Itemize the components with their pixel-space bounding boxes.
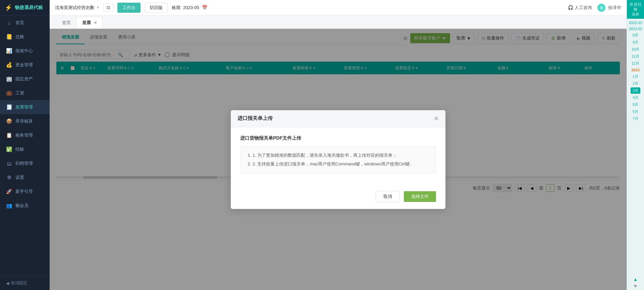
- period-value: 2023-05: [183, 5, 199, 10]
- footer-label: 取消固定: [11, 280, 27, 286]
- company-name: 沈海英测试经营勿删: [55, 5, 94, 11]
- tab-close-icon[interactable]: ✕: [94, 20, 97, 25]
- cancel-button[interactable]: 取消: [376, 191, 400, 202]
- copy-icon: ⊡: [107, 5, 110, 10]
- sidebar-item-fixed[interactable]: 🏢固定资产: [0, 72, 50, 86]
- period-item-7[interactable]: 2023: [629, 67, 641, 73]
- dialog-info-line-1: 1. 为了更加精准的数据匹配，请先录入海关缴款书，再上传对应的报关单；: [253, 151, 430, 160]
- sidebar-item-home[interactable]: ⌂首页: [0, 16, 50, 30]
- sidebar-label-member: 畅会员: [15, 203, 29, 209]
- sidebar-item-funds[interactable]: 💰资金管理: [0, 58, 50, 72]
- sidebar-label-fixed: 固定资产: [15, 76, 33, 82]
- topbar-right: 🎧 人工咨询 徐 徐泽华: [568, 4, 621, 12]
- sidebar-footer[interactable]: ◀ 取消固定: [0, 276, 50, 290]
- sidebar-item-settle[interactable]: ✅结账: [0, 142, 50, 156]
- dialog-section-title: 进口货物报关单PDF文件上传: [240, 135, 436, 141]
- select-file-button[interactable]: 选择文件: [404, 191, 436, 202]
- period-item-10[interactable]: 3月: [631, 87, 640, 94]
- tab-home-label: 首页: [62, 20, 71, 25]
- reports-icon: 📊: [6, 48, 12, 54]
- sidebar-item-stock[interactable]: 📦库存核算: [0, 114, 50, 128]
- sidebar-item-reports[interactable]: 📊报表中心: [0, 44, 50, 58]
- switch-version-button[interactable]: 切旧版: [145, 3, 168, 13]
- dialog-info-box: 1. 为了更加精准的数据匹配，请先录入海关缴款书，再上传对应的报关单； 2. 支…: [240, 146, 436, 173]
- settings-icon: ⚙: [6, 174, 12, 180]
- calendar-icon[interactable]: 📅: [202, 5, 207, 10]
- invoice-icon: 🧾: [6, 104, 12, 110]
- dialog-body: 进口货物报关单PDF文件上传 1. 为了更加精准的数据匹配，请先录入海关缴款书，…: [231, 127, 445, 187]
- sidebar-label-stock: 库存核算: [15, 118, 33, 124]
- tabbar: 首页 发票 ✕: [50, 15, 627, 29]
- period-item-1[interactable]: 2023.03: [627, 26, 644, 31]
- fixed-icon: 🏢: [6, 76, 12, 82]
- support-btn[interactable]: 🎧 人工咨询: [568, 5, 592, 11]
- period-item-13[interactable]: 6月: [631, 108, 640, 115]
- sidebar-label-settle: 结账: [15, 146, 24, 152]
- sidebar-item-settings[interactable]: ⚙设置: [0, 170, 50, 185]
- open-date-button[interactable]: 开启日期 选择: [627, 0, 644, 19]
- sidebar-item-guide[interactable]: 🚀新手引导: [0, 185, 50, 199]
- sidebar-label-reports: 报表中心: [15, 48, 33, 54]
- sidebar-label-archive: 归档管理: [15, 160, 33, 166]
- sidebar-label-salary: 工资: [15, 90, 24, 96]
- period-item-0[interactable]: 2023.03: [627, 20, 644, 25]
- sidebar-label-settings: 设置: [15, 174, 24, 180]
- workspace-button[interactable]: 工作台: [117, 3, 141, 13]
- member-icon: 👥: [6, 203, 12, 209]
- sidebar-label-invoice: 发票管理: [15, 104, 33, 110]
- period-item-6[interactable]: 12月: [630, 60, 641, 67]
- tab-home[interactable]: 首页: [56, 17, 76, 28]
- open-date-label: 开启日期: [630, 2, 642, 11]
- tab-invoice-label: 发票: [82, 20, 91, 26]
- dialog-footer: 取消 选择文件: [231, 187, 445, 209]
- sidebar-item-archive[interactable]: 🗂归档管理: [0, 156, 50, 170]
- sidebar-item-salary[interactable]: 💼工资: [0, 86, 50, 100]
- support-label: 人工咨询: [575, 5, 592, 11]
- pin-icon: ◀: [6, 281, 9, 286]
- main-area: 沈海英测试经营勿删 ▼ ⊡ 工作台 切旧版 账期 2023-05 📅 🎧 人工咨…: [50, 0, 627, 290]
- guide-icon: 🚀: [6, 189, 12, 195]
- tab-invoice[interactable]: 发票 ✕: [76, 17, 103, 28]
- tax-icon: 📋: [6, 132, 12, 138]
- sidebar-item-invoice[interactable]: 🧾发票管理: [0, 100, 50, 114]
- sidebar-label-tax: 税务管理: [15, 132, 33, 138]
- sidebar-logo: ⚡ 畅捷通易代账: [0, 0, 50, 16]
- logo-icon: ⚡: [5, 4, 12, 11]
- period-item-2[interactable]: 8月: [631, 32, 640, 39]
- sidebar-item-tax[interactable]: 📋税务管理: [0, 128, 50, 142]
- username: 徐泽华: [608, 5, 621, 11]
- settle-icon: ✅: [6, 146, 12, 152]
- period-item-12[interactable]: 5月: [631, 101, 640, 108]
- period-item-5[interactable]: 11月: [630, 53, 641, 60]
- modal-overlay: 进口报关单上传 ✕ 进口货物报关单PDF文件上传 1. 为了更加精准的数据匹配，…: [50, 29, 627, 290]
- copy-button[interactable]: ⊡: [104, 3, 113, 12]
- salary-icon: 💼: [6, 90, 12, 96]
- ledger-icon: 📒: [6, 34, 12, 40]
- funds-icon: 💰: [6, 62, 12, 68]
- dialog-info-line-2: 2. 支持批量上传进口报关单，mac用户使用Command键，windows用户…: [253, 160, 430, 168]
- stock-icon: 📦: [6, 118, 12, 124]
- headset-icon: 🎧: [568, 5, 573, 10]
- sidebar-label-home: 首页: [15, 20, 24, 26]
- sidebar-label-ledger: 总账: [15, 34, 24, 40]
- period-item-8[interactable]: 1月: [631, 73, 640, 80]
- panel-controls: ▲ ▼: [627, 275, 644, 290]
- content-area: 销项发票 进项发票 费用小票 ⊞ 税务数字账户 ▼ 取票 ▼: [50, 29, 627, 290]
- expand-up-icon[interactable]: ▲: [633, 277, 638, 282]
- period-item-11[interactable]: 4月: [631, 94, 640, 101]
- sidebar-item-member[interactable]: 👥畅会员: [0, 199, 50, 213]
- company-chevron-icon: ▼: [96, 6, 100, 9]
- company-selector[interactable]: 沈海英测试经营勿删 ▼: [55, 5, 100, 11]
- archive-icon: 🗂: [6, 161, 12, 166]
- expand-down-icon[interactable]: ▼: [633, 283, 638, 289]
- open-date-sublabel: 选择: [628, 12, 643, 17]
- user-menu[interactable]: 徐 徐泽华: [597, 4, 621, 12]
- period-item-3[interactable]: 9月: [631, 39, 640, 46]
- period-item-9[interactable]: 2月: [631, 80, 640, 87]
- period-item-4[interactable]: 10月: [630, 46, 641, 53]
- period-display: 账期 2023-05 📅: [172, 5, 207, 11]
- dialog: 进口报关单上传 ✕ 进口货物报关单PDF文件上传 1. 为了更加精准的数据匹配，…: [231, 110, 445, 209]
- period-item-14[interactable]: 7月: [631, 116, 640, 122]
- dialog-close-button[interactable]: ✕: [434, 115, 439, 122]
- sidebar-item-ledger[interactable]: 📒总账: [0, 30, 50, 44]
